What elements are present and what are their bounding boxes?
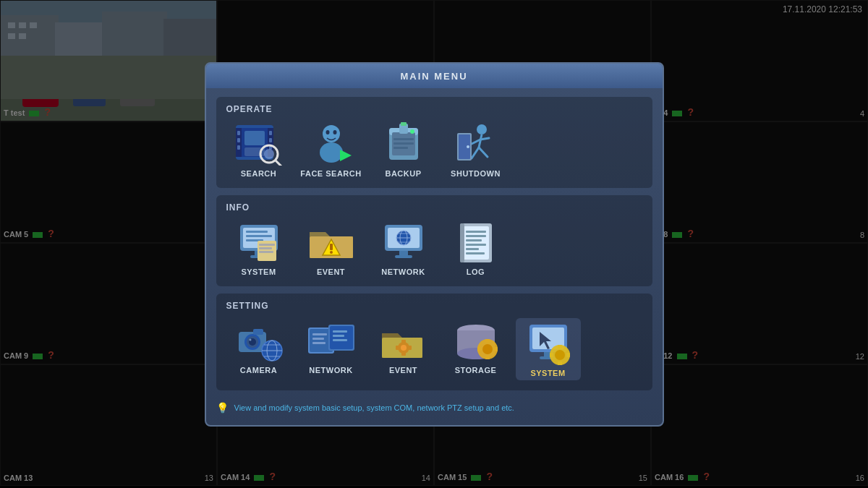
svg-line-48 <box>472 147 479 158</box>
svg-line-51 <box>480 138 489 140</box>
storage-icon <box>450 318 502 363</box>
svg-rect-133 <box>558 361 562 365</box>
svg-point-120 <box>482 344 493 354</box>
shutdown-icon <box>450 121 502 166</box>
svg-rect-108 <box>333 339 347 341</box>
menu-item-system-setting[interactable]: SYSTEM <box>516 318 581 380</box>
menu-item-storage[interactable]: STORAGE <box>443 318 509 374</box>
svg-rect-68 <box>330 244 333 250</box>
svg-point-34 <box>333 130 336 134</box>
svg-rect-43 <box>393 138 414 140</box>
face-search-icon <box>305 121 357 166</box>
svg-point-42 <box>410 129 414 134</box>
svg-rect-114 <box>396 346 399 350</box>
system-setting-label: SYSTEM <box>530 369 565 377</box>
svg-rect-82 <box>466 235 486 237</box>
svg-point-33 <box>326 130 329 134</box>
svg-rect-121 <box>485 339 490 343</box>
menu-item-search[interactable]: SEARCH <box>226 121 292 178</box>
svg-rect-105 <box>312 342 326 344</box>
search-icon <box>233 121 285 166</box>
section-setting: SETTING <box>216 294 652 390</box>
event-info-icon <box>305 220 357 265</box>
svg-rect-123 <box>477 347 481 351</box>
svg-rect-102 <box>330 326 353 349</box>
search-label: SEARCH <box>241 169 276 178</box>
menu-title: MAIN MENU <box>400 71 467 82</box>
event-setting-icon <box>378 318 430 363</box>
backup-icon <box>378 121 430 166</box>
camera-setting-label: CAMERA <box>240 366 277 374</box>
svg-point-46 <box>477 124 487 134</box>
svg-rect-21 <box>237 131 240 135</box>
svg-point-35 <box>320 142 343 163</box>
svg-rect-115 <box>408 346 412 350</box>
svg-point-111 <box>401 345 407 351</box>
svg-rect-135 <box>566 353 570 357</box>
svg-rect-113 <box>401 352 406 356</box>
menu-item-event-setting[interactable]: EVENT <box>371 318 436 374</box>
svg-line-49 <box>479 147 488 157</box>
network-setting-label: NETWORK <box>309 366 352 374</box>
svg-line-31 <box>276 160 281 166</box>
system-info-icon <box>233 220 285 265</box>
svg-rect-85 <box>466 248 479 250</box>
info-items: SYSTEM EVE <box>226 220 642 276</box>
section-info: INFO <box>216 195 652 286</box>
svg-point-69 <box>330 251 333 254</box>
svg-rect-45 <box>393 147 408 149</box>
svg-rect-44 <box>393 142 414 145</box>
storage-label: STORAGE <box>455 366 497 374</box>
menu-item-shutdown[interactable]: SHUTDOWN <box>443 121 509 178</box>
main-menu: MAIN MENU OPERATE <box>205 62 664 427</box>
menu-item-network-setting[interactable]: NETWORK <box>299 318 364 374</box>
svg-rect-41 <box>401 122 407 126</box>
svg-rect-124 <box>494 347 498 351</box>
svg-rect-77 <box>399 251 408 255</box>
menu-overlay: MAIN MENU OPERATE <box>0 0 868 488</box>
svg-rect-87 <box>460 223 464 262</box>
face-search-label: FACE SEARCH <box>300 169 361 178</box>
svg-point-92 <box>249 338 251 341</box>
svg-rect-93 <box>253 329 263 335</box>
operate-items: SEARCH <box>226 121 642 178</box>
svg-rect-23 <box>237 145 240 150</box>
shutdown-label: SHUTDOWN <box>451 169 501 178</box>
svg-rect-107 <box>333 335 344 337</box>
svg-rect-103 <box>312 333 327 335</box>
status-icon: 💡 <box>216 402 229 414</box>
menu-item-event-info[interactable]: EVENT <box>299 220 364 276</box>
svg-rect-27 <box>244 131 265 145</box>
svg-rect-134 <box>550 353 553 357</box>
menu-item-camera[interactable]: CAMERA <box>226 318 292 374</box>
svg-point-131 <box>555 350 565 360</box>
svg-rect-132 <box>558 345 562 348</box>
operate-label: OPERATE <box>226 104 642 114</box>
svg-rect-58 <box>246 235 272 237</box>
menu-item-network-info[interactable]: NETWORK <box>371 220 436 276</box>
info-label: INFO <box>226 202 642 213</box>
system-info-label: SYSTEM <box>241 267 276 276</box>
status-bar: 💡 View and modify system basic setup, sy… <box>206 398 663 414</box>
menu-item-face-search[interactable]: FACE SEARCH <box>299 121 364 178</box>
svg-rect-57 <box>246 231 268 233</box>
svg-rect-63 <box>259 244 275 246</box>
svg-rect-86 <box>466 252 485 254</box>
svg-rect-24 <box>269 131 272 135</box>
log-info-icon <box>450 220 502 265</box>
section-operate: OPERATE <box>216 97 652 188</box>
menu-item-log-info[interactable]: LOG <box>443 220 509 276</box>
svg-rect-122 <box>485 356 490 359</box>
svg-rect-78 <box>395 255 412 258</box>
event-setting-label: EVENT <box>389 366 417 374</box>
network-setting-icon <box>305 318 357 363</box>
svg-rect-84 <box>466 244 486 246</box>
svg-rect-104 <box>312 338 324 340</box>
menu-item-system-info[interactable]: SYSTEM <box>226 220 292 276</box>
svg-rect-25 <box>269 138 272 142</box>
svg-point-30 <box>264 149 274 159</box>
svg-rect-65 <box>259 251 273 253</box>
menu-item-backup[interactable]: BACKUP <box>371 121 436 178</box>
svg-rect-81 <box>466 231 486 233</box>
svg-rect-83 <box>466 239 482 241</box>
